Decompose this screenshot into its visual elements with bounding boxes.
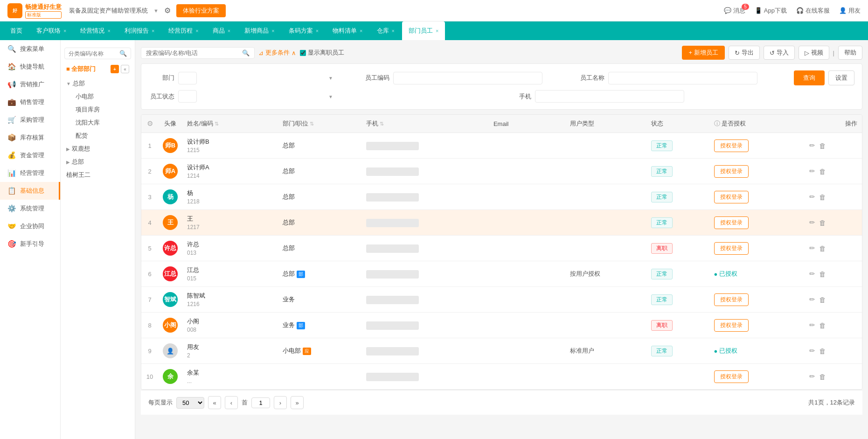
delete-icon[interactable]: 🗑 [819, 244, 826, 252]
dept-collapse-icon[interactable]: « [121, 65, 129, 73]
sidebar-item-guide[interactable]: 🎯 新手引导 [0, 235, 60, 253]
dept-search-input[interactable] [69, 50, 118, 57]
sidebar-item-inventory[interactable]: 📦 库存核算 [0, 129, 60, 146]
close-icon[interactable]: × [271, 28, 274, 34]
delete-icon[interactable]: 🗑 [819, 321, 826, 329]
filter-dept-select[interactable] [178, 72, 197, 84]
delete-icon[interactable]: 🗑 [819, 219, 826, 227]
user-button[interactable]: 👤 用友 [839, 7, 861, 15]
dept-child-shenyang[interactable]: 沈阳大库 [64, 116, 135, 129]
auth-button[interactable]: 授权登录 [714, 242, 749, 255]
close-icon[interactable]: × [436, 28, 438, 34]
last-page-button[interactable]: » [291, 396, 304, 409]
more-filter-button[interactable]: ⊿ 更多条件 ∧ [258, 49, 296, 57]
tab-goods[interactable]: 商品× [206, 21, 237, 40]
filter-emp-status-select[interactable] [178, 90, 197, 103]
close-icon[interactable]: × [195, 28, 198, 34]
edit-icon[interactable]: ✏ [809, 295, 815, 304]
message-button[interactable]: 💬 消息 5 [724, 7, 745, 15]
sidebar-item-finance[interactable]: 💰 资金管理 [0, 146, 60, 164]
dept-child-xiaodian[interactable]: 小电部 [64, 90, 135, 103]
delete-icon[interactable]: 🗑 [819, 193, 826, 201]
filter-emp-name-input[interactable] [608, 72, 757, 84]
sidebar-item-collab[interactable]: 🤝 企业协同 [0, 217, 60, 235]
export-button[interactable]: ↻ 导出 [729, 46, 760, 60]
help-button[interactable]: 帮助 [838, 46, 862, 60]
auth-button[interactable]: 授权登录 [714, 139, 749, 152]
set-button[interactable]: 设置 [828, 70, 854, 85]
app-download-button[interactable]: 📱 App下载 [755, 7, 787, 15]
gear-icon[interactable]: ⚙ [164, 6, 171, 15]
tab-barcode[interactable]: 条码方案× [282, 21, 325, 40]
delete-icon[interactable]: 🗑 [819, 296, 826, 304]
add-employee-button[interactable]: + 新增员工 [682, 46, 724, 60]
edit-icon[interactable]: ✏ [809, 270, 815, 278]
tab-staff[interactable]: 部门员工× [402, 21, 445, 40]
experience-button[interactable]: 体验行业方案 [176, 4, 226, 17]
filter-emp-code-input[interactable] [393, 72, 542, 84]
import-button[interactable]: ↺ 导入 [764, 46, 795, 60]
show-resigned-checkbox[interactable] [300, 50, 306, 56]
first-page-button[interactable]: « [208, 396, 221, 409]
tab-journey[interactable]: 经营历程× [162, 21, 205, 40]
dept-group-zhishu-label[interactable]: 植树王二 [64, 168, 135, 181]
video-button[interactable]: ▷ 视频 [799, 46, 829, 60]
query-button[interactable]: 查询 [794, 70, 825, 85]
sidebar-item-basic[interactable]: 📋 基础信息 [0, 182, 60, 200]
sidebar-item-sales[interactable]: 💼 销售管理 [0, 93, 60, 111]
close-icon[interactable]: × [316, 28, 319, 34]
sort-dept-icon[interactable]: ⇅ [310, 121, 314, 126]
tab-warehouse[interactable]: 仓库× [370, 21, 401, 40]
dept-group-head-label[interactable]: ▼ 总部 [64, 77, 135, 90]
page-size-select[interactable]: 50 100 [176, 397, 204, 409]
show-resigned-label[interactable]: 显示离职员工 [300, 49, 344, 57]
close-icon[interactable]: × [392, 28, 395, 34]
close-icon[interactable]: × [107, 28, 110, 34]
sidebar-item-mgmt[interactable]: 📊 经营管理 [0, 164, 60, 182]
sidebar-item-search[interactable]: 🔍 搜索菜单 [0, 40, 60, 58]
delete-icon[interactable]: 🗑 [819, 270, 826, 278]
online-service-button[interactable]: 🎧 在线客服 [796, 7, 830, 15]
delete-icon[interactable]: 🗑 [819, 167, 826, 175]
sidebar-item-purchase[interactable]: 🛒 采购管理 [0, 111, 60, 129]
tab-add-goods[interactable]: 新增商品× [238, 21, 281, 40]
delete-icon[interactable]: 🗑 [819, 142, 826, 150]
tab-home[interactable]: 首页 [4, 21, 29, 40]
next-page-button[interactable]: › [274, 396, 287, 409]
prev-page-button[interactable]: ‹ [225, 396, 238, 409]
dept-child-project[interactable]: 项目库房 [64, 103, 135, 116]
auth-button[interactable]: 授权登录 [714, 319, 749, 332]
search-input[interactable] [146, 49, 239, 56]
edit-icon[interactable]: ✏ [809, 218, 815, 227]
edit-icon[interactable]: ✏ [809, 244, 815, 252]
edit-icon[interactable]: ✏ [809, 167, 815, 175]
sort-phone-icon[interactable]: ⇅ [380, 121, 384, 126]
sidebar-item-system[interactable]: ⚙️ 系统管理 [0, 200, 60, 217]
filter-phone-input[interactable] [535, 90, 684, 103]
tab-profit[interactable]: 利润报告× [118, 21, 161, 40]
dept-group-shuanglu-label[interactable]: ▶ 双鹿想 [64, 142, 135, 155]
tab-operation[interactable]: 经营情况× [74, 21, 117, 40]
column-settings-icon[interactable]: ⚙ [147, 119, 153, 127]
tab-bom[interactable]: 物料清单× [326, 21, 369, 40]
delete-icon[interactable]: 🗑 [819, 347, 826, 355]
close-icon[interactable]: × [152, 28, 154, 34]
edit-icon[interactable]: ✏ [809, 347, 815, 355]
dept-child-peihuo[interactable]: 配货 [64, 129, 135, 142]
sidebar-item-marketing[interactable]: 📢 营销推广 [0, 76, 60, 93]
edit-icon[interactable]: ✏ [809, 141, 815, 150]
delete-icon[interactable]: 🗑 [819, 373, 826, 381]
dept-group-zongbu-label[interactable]: ▶ 总部 [64, 155, 135, 168]
auth-button[interactable]: 授权登录 [714, 216, 749, 229]
auth-button[interactable]: 授权登录 [714, 293, 749, 306]
close-icon[interactable]: × [228, 28, 230, 34]
edit-icon[interactable]: ✏ [809, 321, 815, 329]
sort-name-icon[interactable]: ⇅ [215, 121, 219, 126]
dept-search-box[interactable]: 🔍 [64, 48, 131, 59]
close-icon[interactable]: × [63, 28, 66, 34]
page-number-input[interactable] [251, 397, 270, 408]
tab-customer[interactable]: 客户联络× [30, 21, 73, 40]
close-icon[interactable]: × [360, 28, 362, 34]
auth-button[interactable]: 授权登录 [714, 370, 749, 383]
edit-icon[interactable]: ✏ [809, 372, 815, 381]
